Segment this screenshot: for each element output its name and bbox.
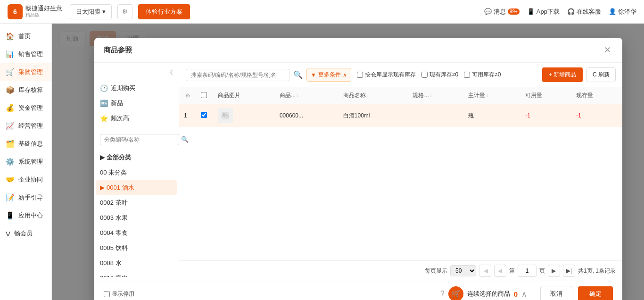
quick-item-new[interactable]: 🆕 新品 <box>94 96 179 111</box>
sidebar-item-home[interactable]: 🏠 首页 <box>0 27 51 45</box>
select-all-checkbox[interactable] <box>201 92 207 98</box>
left-panel: 《 🕐 近期购买 🆕 新品 ⭐ 频次高 <box>94 63 179 281</box>
category-search-box: 🔍 <box>94 132 179 147</box>
next-page-button[interactable]: ▶ <box>548 265 560 277</box>
checkbox-warehouse-label[interactable]: 按仓库显示现有库存 <box>357 71 416 79</box>
category-item-liquor[interactable]: ▶ 0001 酒水 <box>96 180 177 195</box>
user-profile-button[interactable]: 👤 徐泽华 <box>609 8 636 16</box>
category-item-snacks[interactable]: 0004 零食 <box>96 225 177 241</box>
checkbox-stock-ne0[interactable] <box>421 72 428 78</box>
sidebar-item-purchase[interactable]: 🛒 采购管理 <box>0 63 51 81</box>
checkbox-warehouse[interactable] <box>357 72 363 78</box>
app-download-button[interactable]: 📱 App下载 <box>527 8 560 16</box>
avatar-icon: 👤 <box>609 8 616 15</box>
chevron-up-icon: ∧ <box>343 72 347 78</box>
collapse-cart-icon[interactable]: ∧ <box>521 290 527 299</box>
quick-item-frequent[interactable]: ⭐ 频次高 <box>94 111 179 126</box>
sidebar-item-operations[interactable]: 📈 经营管理 <box>0 117 51 135</box>
footer-left: 显示停用 <box>104 290 134 298</box>
category-label: 0010 家电 <box>100 274 128 277</box>
modal-close-button[interactable]: ✕ <box>602 44 613 56</box>
row-unit: 瓶 <box>463 104 520 127</box>
finance-icon: 💰 <box>6 104 15 112</box>
message-icon: 💬 <box>484 8 492 15</box>
sidebar-item-label: 采购管理 <box>18 68 43 76</box>
sidebar-item-inventory[interactable]: 📦 库存核算 <box>0 81 51 99</box>
category-item-tea[interactable]: 0002 茶叶 <box>96 195 177 210</box>
checkbox-available-ne0-text: 可用库存≠0 <box>472 71 501 79</box>
page-label: 第 <box>509 267 515 275</box>
category-item-fruit[interactable]: 0003 水果 <box>96 210 177 225</box>
sidebar-item-system[interactable]: ⚙️ 系统管理 <box>0 153 51 171</box>
cart-icon[interactable]: 🛒 <box>448 286 463 300</box>
table-settings-icon[interactable]: ⚙ <box>185 92 190 99</box>
messages-button[interactable]: 💬 消息 99+ <box>484 8 520 16</box>
quick-item-label: 新品 <box>111 99 123 108</box>
sidebar-item-finance[interactable]: 💰 资金管理 <box>0 99 51 117</box>
page-size-select[interactable]: 50 10 20 100 <box>450 265 476 276</box>
row-checkbox-cell <box>196 104 213 127</box>
sidebar-item-label: 经营管理 <box>18 122 43 130</box>
filter-label: 更多条件 <box>318 71 341 79</box>
settings-button[interactable]: ⚙ <box>117 4 132 19</box>
operations-icon: 📈 <box>6 122 15 130</box>
product-image <box>218 108 233 123</box>
checkbox-group: 按仓库显示现有库存 现有库存≠0 可用库存≠0 <box>357 71 501 79</box>
add-product-button[interactable]: + 新增商品 <box>542 67 583 82</box>
sidebar-item-guide[interactable]: 📝 新手引导 <box>0 189 51 207</box>
product-search-input[interactable] <box>186 69 289 81</box>
search-button[interactable]: 🔍 <box>293 70 303 79</box>
category-item-water[interactable]: 0008 水 <box>96 256 177 271</box>
quick-item-label: 近期购买 <box>111 84 135 92</box>
first-page-button[interactable]: |◀ <box>479 265 491 277</box>
help-icon[interactable]: ? <box>440 290 445 298</box>
checkbox-available-ne0[interactable] <box>464 72 470 78</box>
confirm-button[interactable]: 确定 <box>578 286 613 300</box>
sidebar-item-label: 销售管理 <box>18 50 43 58</box>
sidebar-item-label: 畅会员 <box>14 229 33 238</box>
star-icon: ⭐ <box>100 115 108 122</box>
nav-dropdown[interactable]: 日太阳膜 ▾ <box>70 4 112 19</box>
category-item-unclassified[interactable]: 00 未分类 <box>96 165 177 180</box>
messages-badge: 99+ <box>508 8 520 15</box>
sidebar-item-app-center[interactable]: 📱 应用中心 <box>0 207 51 225</box>
quick-item-recent[interactable]: 🕐 近期购买 <box>94 81 179 96</box>
toolbar: 🔍 ▼ 更多条件 ∧ 按仓库显示现有库存 <box>179 63 622 87</box>
arrow-icon: ▶ <box>100 184 105 191</box>
system-icon: ⚙️ <box>6 158 15 166</box>
cart-area: ? 🛒 连续选择的商品 0 ∧ <box>440 286 527 300</box>
logo-text-group: 畅捷通好生意 精品版 <box>25 5 62 19</box>
refresh-button[interactable]: C 刷新 <box>586 67 616 82</box>
filter-button[interactable]: ▼ 更多条件 ∧ <box>306 68 351 82</box>
row-available: -1 <box>520 104 571 127</box>
checkbox-warehouse-text: 按仓库显示现有库存 <box>365 71 416 79</box>
checkbox-stock-ne0-label[interactable]: 现有库存≠0 <box>421 71 458 79</box>
category-item-drinks[interactable]: 0005 饮料 <box>96 241 177 256</box>
sidebar-item-sales[interactable]: 📊 销售管理 <box>0 45 51 63</box>
page-number-input[interactable] <box>518 265 537 277</box>
logo-icon: 6 <box>8 4 23 19</box>
checkbox-available-ne0-label[interactable]: 可用库存≠0 <box>464 71 501 79</box>
page-size-label: 每页显示 <box>425 267 447 275</box>
product-reference-modal: 商品参照 ✕ 《 🕐 近期购买 🆕 新品 <box>94 38 622 300</box>
row-checkbox[interactable] <box>201 112 207 118</box>
sidebar-item-enterprise[interactable]: 🤝 企业协同 <box>0 171 51 189</box>
logo-area: 6 畅捷通好生意 精品版 <box>8 4 64 19</box>
sidebar-item-basic-info[interactable]: 🗂️ 基础信息 <box>0 135 51 153</box>
table-row[interactable]: 1 <box>179 104 622 127</box>
category-item-appliance[interactable]: 0010 家电 <box>96 271 177 277</box>
show-disabled-label[interactable]: 显示停用 <box>104 290 134 298</box>
category-label: 0003 水果 <box>100 214 128 222</box>
sales-icon: 📊 <box>6 50 15 58</box>
total-info: 共1页, 1条记录 <box>578 267 616 275</box>
trial-button[interactable]: 体验行业方案 <box>138 4 190 19</box>
collapse-left-icon[interactable]: 《 <box>167 68 173 77</box>
last-page-button[interactable]: ▶| <box>563 265 575 277</box>
category-item-all[interactable]: ▶ 全部分类 <box>96 150 177 165</box>
cancel-button[interactable]: 取消 <box>540 286 572 300</box>
prev-page-button[interactable]: ◀ <box>494 265 506 277</box>
online-service-button[interactable]: 🎧 在线客服 <box>567 8 601 16</box>
category-search-input[interactable] <box>100 134 179 145</box>
show-disabled-checkbox[interactable] <box>104 291 110 297</box>
sidebar-item-member[interactable]: V 畅会员 <box>0 225 51 242</box>
